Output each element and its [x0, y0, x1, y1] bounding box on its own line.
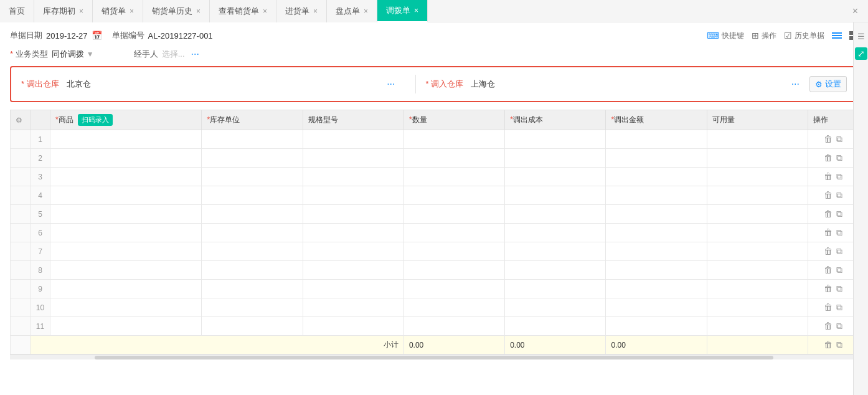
- row-unit-cell[interactable]: [202, 168, 303, 186]
- row-cost-cell[interactable]: [505, 205, 606, 224]
- delete-icon[interactable]: 🗑: [824, 227, 833, 238]
- row-cost-cell[interactable]: [505, 186, 606, 205]
- row-product-cell[interactable]: [50, 317, 202, 336]
- delete-icon[interactable]: 🗑: [824, 321, 833, 331]
- delete-icon[interactable]: 🗑: [824, 246, 833, 257]
- row-available-cell[interactable]: [707, 186, 808, 205]
- sidebar-list-icon[interactable]: ☰: [855, 30, 867, 42]
- delete-icon[interactable]: 🗑: [824, 153, 833, 163]
- row-quantity-cell[interactable]: [403, 168, 504, 186]
- row-product-cell[interactable]: [50, 168, 202, 186]
- sidebar-expand-icon[interactable]: ⤢: [855, 47, 867, 60]
- copy-icon[interactable]: ⧉: [836, 246, 842, 257]
- copy-icon[interactable]: ⧉: [836, 227, 842, 238]
- delete-icon[interactable]: 🗑: [824, 265, 833, 275]
- copy-icon[interactable]: ⧉: [836, 171, 842, 182]
- tab-home[interactable]: 首页: [0, 0, 34, 22]
- row-cost-cell[interactable]: [505, 317, 606, 336]
- row-cost-cell[interactable]: [505, 224, 606, 242]
- tab-sales-history-close[interactable]: ×: [196, 7, 200, 15]
- row-cost-cell[interactable]: [505, 130, 606, 149]
- tab-view-sales-close[interactable]: ×: [263, 7, 267, 15]
- row-unit-cell[interactable]: [202, 130, 303, 149]
- scan-button[interactable]: 扫码录入: [78, 114, 113, 126]
- copy-icon[interactable]: ⧉: [836, 283, 842, 294]
- row-product-cell[interactable]: [50, 205, 202, 224]
- row-quantity-cell[interactable]: [403, 186, 504, 205]
- window-close-button[interactable]: ×: [847, 6, 863, 17]
- tab-view-sales[interactable]: 查看销货单 ×: [210, 0, 276, 22]
- shortcut-button[interactable]: ⌨ 快捷键: [707, 31, 744, 41]
- row-product-cell[interactable]: [50, 261, 202, 280]
- row-spec-cell[interactable]: [303, 168, 403, 186]
- row-quantity-cell[interactable]: [403, 317, 504, 336]
- tab-sales-order[interactable]: 销货单 ×: [93, 0, 143, 22]
- horizontal-scrollbar[interactable]: [10, 355, 858, 359]
- row-quantity-cell[interactable]: [403, 149, 504, 168]
- copy-icon[interactable]: ⧉: [836, 209, 842, 219]
- tab-initial-inventory-close[interactable]: ×: [79, 7, 83, 15]
- row-product-cell[interactable]: [50, 130, 202, 149]
- row-unit-cell[interactable]: [202, 224, 303, 242]
- row-product-cell[interactable]: [50, 149, 202, 168]
- person-more-icon[interactable]: ···: [191, 49, 199, 60]
- row-available-cell[interactable]: [707, 261, 808, 280]
- row-product-cell[interactable]: [50, 186, 202, 205]
- row-product-cell[interactable]: [50, 224, 202, 242]
- copy-icon[interactable]: ⧉: [836, 190, 842, 201]
- delete-icon[interactable]: 🗑: [824, 134, 833, 145]
- tab-purchase[interactable]: 进货单 ×: [276, 0, 327, 22]
- row-cost-cell[interactable]: [505, 280, 606, 298]
- row-amount-cell[interactable]: [606, 298, 707, 317]
- person-select[interactable]: 选择...: [162, 49, 185, 60]
- row-quantity-cell[interactable]: [403, 298, 504, 317]
- row-product-cell[interactable]: [50, 298, 202, 317]
- tab-purchase-close[interactable]: ×: [313, 7, 318, 15]
- operation-button[interactable]: ⊞ 操作: [752, 31, 776, 41]
- delete-icon[interactable]: 🗑: [824, 190, 833, 201]
- row-unit-cell[interactable]: [202, 280, 303, 298]
- row-cost-cell[interactable]: [505, 149, 606, 168]
- delete-icon[interactable]: 🗑: [824, 171, 833, 182]
- tab-initial-inventory[interactable]: 库存期初 ×: [34, 0, 93, 22]
- row-available-cell[interactable]: [707, 205, 808, 224]
- row-amount-cell[interactable]: [606, 280, 707, 298]
- delete-icon[interactable]: 🗑: [824, 283, 833, 294]
- row-amount-cell[interactable]: [606, 242, 707, 261]
- row-product-cell[interactable]: [50, 280, 202, 298]
- business-type-select[interactable]: 同价调拨 ▼: [52, 49, 114, 60]
- row-available-cell[interactable]: [707, 298, 808, 317]
- row-unit-cell[interactable]: [202, 242, 303, 261]
- calendar-icon[interactable]: 📅: [92, 31, 102, 40]
- row-unit-cell[interactable]: [202, 149, 303, 168]
- row-amount-cell[interactable]: [606, 205, 707, 224]
- row-cost-cell[interactable]: [505, 168, 606, 186]
- transfer-in-more-icon[interactable]: ···: [791, 79, 809, 90]
- row-quantity-cell[interactable]: [403, 130, 504, 149]
- row-amount-cell[interactable]: [606, 168, 707, 186]
- row-unit-cell[interactable]: [202, 317, 303, 336]
- copy-icon[interactable]: ⧉: [836, 302, 842, 313]
- delete-icon[interactable]: 🗑: [824, 302, 833, 313]
- tab-sales-order-close[interactable]: ×: [130, 7, 134, 15]
- row-unit-cell[interactable]: [202, 205, 303, 224]
- tab-inventory-check[interactable]: 盘点单 ×: [327, 0, 377, 22]
- copy-icon[interactable]: ⧉: [836, 153, 842, 163]
- row-spec-cell[interactable]: [303, 149, 403, 168]
- row-unit-cell[interactable]: [202, 186, 303, 205]
- row-available-cell[interactable]: [707, 168, 808, 186]
- row-available-cell[interactable]: [707, 130, 808, 149]
- row-amount-cell[interactable]: [606, 224, 707, 242]
- row-quantity-cell[interactable]: [403, 205, 504, 224]
- row-spec-cell[interactable]: [303, 261, 403, 280]
- row-spec-cell[interactable]: [303, 205, 403, 224]
- settings-button[interactable]: ⚙ 设置: [809, 76, 847, 92]
- transfer-in-value[interactable]: 上海仓: [471, 79, 495, 90]
- date-value[interactable]: 2019-12-27: [46, 31, 88, 40]
- row-quantity-cell[interactable]: [403, 242, 504, 261]
- tab-transfer[interactable]: 调拨单 ×: [377, 0, 428, 22]
- row-spec-cell[interactable]: [303, 317, 403, 336]
- row-available-cell[interactable]: [707, 224, 808, 242]
- copy-icon[interactable]: ⧉: [836, 321, 842, 331]
- row-spec-cell[interactable]: [303, 224, 403, 242]
